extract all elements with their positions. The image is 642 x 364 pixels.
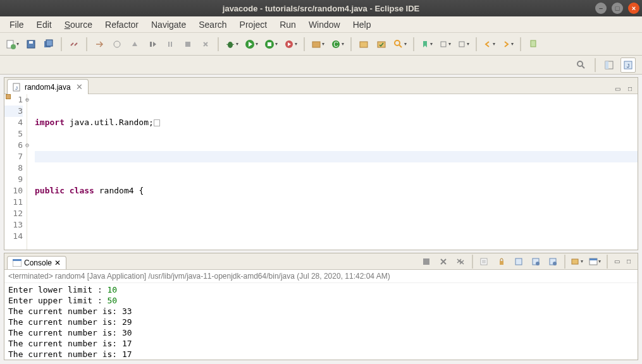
console-scroll-lock-button[interactable] — [494, 254, 509, 269]
coverage-button[interactable]: ▾ — [262, 37, 280, 52]
menu-run[interactable]: Run — [274, 18, 302, 32]
svg-rect-18 — [312, 42, 320, 47]
svg-line-24 — [399, 45, 402, 47]
window-minimize-button[interactable]: – — [595, 3, 607, 14]
forward-button[interactable]: ▾ — [500, 37, 515, 52]
run-button[interactable]: ▾ — [243, 37, 260, 52]
svg-rect-7 — [150, 42, 152, 47]
console-tab-label: Console — [24, 258, 52, 267]
save-all-button[interactable] — [41, 37, 56, 52]
main-toolbar: ▾ ▾ ▾ ▾ ▾ ▾ C▾ ▾ ▾ ▾ ▾ ▾ ▾ — [0, 33, 642, 56]
menubar: File Edit Source Refactor Navigate Searc… — [0, 16, 642, 33]
console-tab[interactable]: Console ✕ — [7, 256, 66, 269]
console-show-when-err-button[interactable] — [545, 254, 560, 269]
warning-marker-icon — [6, 94, 11, 99]
skip-button[interactable] — [109, 37, 125, 52]
svg-rect-8 — [168, 42, 170, 47]
console-remove-button[interactable] — [436, 254, 451, 269]
svg-rect-48 — [590, 258, 597, 260]
menu-file[interactable]: File — [4, 18, 30, 32]
editor-tab-close-icon[interactable]: ✕ — [76, 82, 83, 92]
svg-rect-41 — [515, 258, 522, 265]
annotation2-button[interactable]: ▾ — [455, 37, 471, 52]
console-maximize-button[interactable]: □ — [624, 257, 634, 267]
collapsed-import-icon[interactable] — [154, 119, 160, 126]
link-button[interactable] — [66, 37, 82, 52]
fold-collapse-icon[interactable]: ⊖ — [25, 140, 29, 151]
debug-button[interactable]: ▾ — [223, 37, 240, 52]
menu-refactor[interactable]: Refactor — [99, 18, 144, 32]
window-maximize-button[interactable]: □ — [612, 3, 623, 14]
menu-search[interactable]: Search — [193, 18, 232, 32]
console-terminate-button[interactable] — [419, 254, 434, 269]
open-type-button[interactable] — [356, 37, 371, 52]
svg-rect-31 — [605, 61, 608, 69]
save-button[interactable] — [23, 37, 39, 52]
console-remove-all-button[interactable] — [453, 254, 468, 269]
window-title: javacode - tutorials/src/random4.java - … — [223, 4, 419, 13]
svg-rect-21 — [360, 42, 367, 47]
console-tabstrip: Console ✕ ▾ ▾ ▭ □ — [4, 253, 638, 270]
debug-step-button[interactable] — [92, 37, 107, 52]
console-process-header: <terminated> random4 [Java Application] … — [4, 270, 638, 283]
disconnect-button[interactable] — [198, 37, 213, 52]
open-task-button[interactable] — [374, 37, 389, 52]
terminate-button[interactable] — [180, 37, 195, 52]
svg-rect-25 — [441, 42, 446, 47]
code-text[interactable]: import java.util.Random; public class ra… — [27, 94, 638, 250]
console-open-button[interactable]: ▾ — [569, 254, 585, 269]
java-file-icon: J — [13, 83, 22, 92]
editor-tab-label: random4.java — [25, 83, 71, 92]
back-button[interactable]: ▾ — [481, 37, 497, 52]
svg-rect-26 — [459, 42, 464, 47]
code-editor[interactable]: 1⊕ 3 4 5 6⊖ 7 8 9 10 11 12 13 14 import … — [4, 94, 638, 250]
console-clear-button[interactable] — [477, 254, 492, 269]
console-minimize-button[interactable]: ▭ — [612, 257, 622, 267]
drop-button[interactable] — [127, 37, 142, 52]
svg-point-45 — [553, 262, 557, 265]
new-button[interactable]: ▾ — [4, 37, 21, 52]
annotation-button[interactable]: ▾ — [437, 37, 453, 52]
console-output[interactable]: Enter lower limit : 10 Enter upper limit… — [4, 283, 638, 360]
svg-rect-5 — [46, 40, 52, 46]
toggle-mark-button[interactable]: ▾ — [419, 37, 435, 52]
new-class-button[interactable]: C▾ — [329, 37, 346, 52]
svg-text:J: J — [15, 85, 18, 91]
window-close-button[interactable]: × — [628, 3, 639, 14]
quick-access-search-icon[interactable] — [574, 58, 589, 73]
console-tab-close-icon[interactable]: ✕ — [54, 258, 61, 267]
svg-text:J: J — [627, 63, 630, 69]
editor-minimize-button[interactable]: ▭ — [612, 83, 622, 94]
editor-tab-random4[interactable]: J random4.java ✕ — [7, 79, 89, 94]
open-perspective-button[interactable] — [602, 58, 617, 73]
menu-help[interactable]: Help — [347, 18, 377, 32]
console-display-selected-button[interactable]: ▾ — [587, 254, 603, 269]
line-gutter: 1⊕ 3 4 5 6⊖ 7 8 9 10 11 12 13 14 — [4, 94, 27, 250]
fold-expand-icon[interactable]: ⊕ — [25, 94, 29, 106]
run-last-button[interactable]: ▾ — [282, 37, 299, 52]
resume-button[interactable] — [145, 37, 160, 52]
titlebar: javacode - tutorials/src/random4.java - … — [0, 0, 642, 16]
svg-rect-46 — [572, 259, 578, 264]
console-show-when-out-button[interactable] — [528, 254, 543, 269]
svg-rect-38 — [423, 258, 429, 265]
editor-maximize-button[interactable]: □ — [625, 83, 635, 94]
svg-point-6 — [114, 41, 120, 47]
new-package-button[interactable]: ▾ — [309, 37, 326, 52]
svg-point-11 — [228, 42, 233, 48]
console-word-wrap-button[interactable] — [511, 254, 526, 269]
svg-point-43 — [536, 262, 540, 265]
svg-text:C: C — [333, 41, 338, 48]
menu-source[interactable]: Source — [59, 18, 98, 32]
svg-rect-40 — [500, 261, 503, 265]
menu-project[interactable]: Project — [234, 18, 273, 32]
menu-navigate[interactable]: Navigate — [145, 18, 192, 32]
svg-point-1 — [11, 44, 16, 49]
pin-button[interactable] — [526, 37, 541, 52]
search-button[interactable]: ▾ — [392, 37, 409, 52]
menu-edit[interactable]: Edit — [31, 18, 58, 32]
menu-window[interactable]: Window — [303, 18, 346, 32]
svg-rect-27 — [531, 40, 536, 47]
suspend-button[interactable] — [163, 37, 178, 52]
java-perspective-button[interactable]: J — [620, 58, 636, 73]
